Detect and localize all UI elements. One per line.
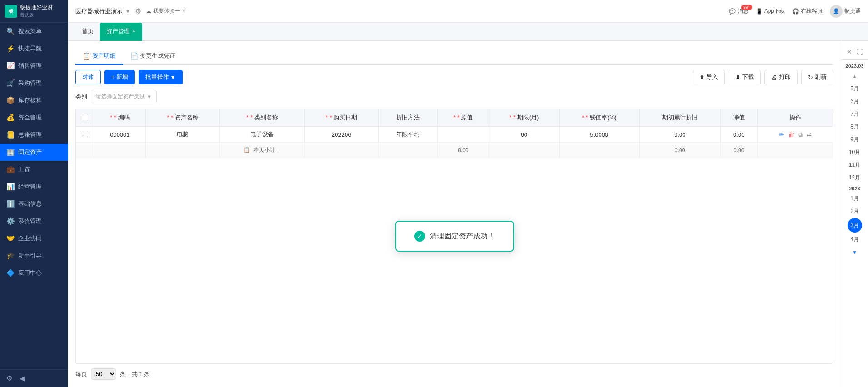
select-all-checkbox[interactable] xyxy=(82,114,88,120)
topbar-settings-icon[interactable]: ⚙ xyxy=(135,7,141,15)
messages-button[interactable]: 💬 消息 99+ xyxy=(729,7,749,15)
month-1[interactable]: 1月 xyxy=(845,193,865,204)
cell-code: 000001 xyxy=(94,127,146,143)
cell-accum-depreciation: 0.00 xyxy=(639,127,720,143)
customer-service-button[interactable]: 🎧 在线客服 xyxy=(792,7,823,15)
edit-icon[interactable]: ✏ xyxy=(779,131,784,138)
new-button[interactable]: + 新增 xyxy=(104,70,135,84)
reconcile-button[interactable]: 对账 xyxy=(75,70,101,84)
tab-close-icon[interactable]: ✕ xyxy=(132,28,136,34)
month-12[interactable]: 12月 xyxy=(845,172,865,184)
sidebar-item-salary[interactable]: 💼 工资 xyxy=(0,161,68,178)
app-download-button[interactable]: 📱 App下载 xyxy=(756,7,785,15)
right-panel-header: ✕ ⛶ xyxy=(841,45,868,60)
row-checkbox[interactable] xyxy=(82,131,88,137)
tab-home[interactable]: 首页 xyxy=(75,23,100,41)
sidebar-nav: 🔍 搜索菜单 ⚡ 快捷导航 📈 销售管理 🛒 采购管理 📦 库存核算 💰 资金管… xyxy=(0,23,68,369)
message-badge: 99+ xyxy=(741,5,752,10)
category-select-value: 请选择固定资产类别 xyxy=(96,93,145,100)
subtotal-row: 📋 本页小计： 0.00 0.00 0.00 xyxy=(76,143,833,158)
more-icon[interactable]: ⇄ xyxy=(806,131,812,138)
subtotal-icon: 📋 xyxy=(243,147,250,153)
sidebar-item-purchase[interactable]: 🛒 采购管理 xyxy=(0,74,68,92)
month-5[interactable]: 5月 xyxy=(845,83,865,94)
cell-category: 电子设备 xyxy=(219,127,304,143)
operations-icon: 📊 xyxy=(6,183,15,191)
total-count: 条，共 1 条 xyxy=(120,370,150,378)
month-4[interactable]: 4月 xyxy=(845,233,865,245)
month-8[interactable]: 8月 xyxy=(845,121,865,133)
cell-original-value xyxy=(437,127,489,143)
refresh-button[interactable]: ↻ 刷新 xyxy=(801,70,833,84)
import-button[interactable]: ⬆ 导入 xyxy=(693,70,725,84)
panel-close-button[interactable]: ✕ xyxy=(846,47,853,56)
tab-asset-mgmt[interactable]: 资产管理 ✕ xyxy=(100,23,142,41)
sidebar-item-capital[interactable]: 💰 资金管理 xyxy=(0,109,68,126)
import-icon: ⬆ xyxy=(699,74,704,81)
sidebar-item-basic-info[interactable]: ℹ️ 基础信息 xyxy=(0,195,68,213)
sidebar-item-ledger[interactable]: 📒 总账管理 xyxy=(0,126,68,144)
th-period-months: * 期限(月) xyxy=(489,109,559,127)
per-page-select[interactable]: 50 20 100 xyxy=(91,368,116,380)
cell-name: 电脑 xyxy=(146,127,220,143)
month-9[interactable]: 9月 xyxy=(845,134,865,145)
sidebar-item-guide[interactable]: 🎓 新手引导 xyxy=(0,247,68,264)
app-name-block: 畅捷通好业财 普及版 xyxy=(20,4,53,19)
month-10[interactable]: 10月 xyxy=(845,146,865,158)
app-center-icon: 🔷 xyxy=(6,269,15,277)
panel-up-arrow[interactable]: ▲ xyxy=(845,70,865,82)
subtotal-net-value: 0.00 xyxy=(720,143,757,158)
sidebar-item-inventory[interactable]: 📦 库存核算 xyxy=(0,92,68,109)
quick-nav-icon: ⚡ xyxy=(6,45,15,53)
sub-tab-change-voucher[interactable]: 📄 变更生成凭证 xyxy=(123,48,183,64)
sidebar-item-app-center[interactable]: 🔷 应用中心 xyxy=(0,264,68,282)
user-avatar: 👤 xyxy=(830,5,843,18)
panel-expand-button[interactable]: ⛶ xyxy=(856,47,864,56)
company-name: 医疗器械行业演示 xyxy=(75,7,123,15)
print-button[interactable]: 🖨 打印 xyxy=(764,70,798,84)
batch-ops-button[interactable]: 批量操作 ▼ xyxy=(139,70,183,84)
month-11[interactable]: 11月 xyxy=(845,159,865,171)
experience-button[interactable]: ☁ 我要体验一下 xyxy=(146,7,186,15)
user-menu[interactable]: 👤 畅捷通 xyxy=(830,5,861,18)
sidebar-item-fixed-assets[interactable]: 🏢 固定资产 xyxy=(0,144,68,161)
refresh-icon: ↻ xyxy=(808,74,813,81)
copy-icon[interactable]: ⧉ xyxy=(798,131,803,139)
th-original-value: * 原值 xyxy=(437,109,489,127)
month-7[interactable]: 7月 xyxy=(845,108,865,120)
sidebar-item-label: 基础信息 xyxy=(18,200,42,208)
sidebar-item-operations[interactable]: 📊 经营管理 xyxy=(0,178,68,195)
sidebar-collapse-button[interactable]: ◀ xyxy=(20,374,25,382)
category-filter-select[interactable]: 请选择固定资产类别 ▼ xyxy=(91,90,157,103)
panel-down-arrow[interactable]: ▼ xyxy=(845,246,865,258)
sub-tab-asset-detail[interactable]: 📋 资产明细 xyxy=(75,48,123,64)
sidebar-item-quick-nav[interactable]: ⚡ 快捷导航 xyxy=(0,40,68,57)
month-2[interactable]: 2月 xyxy=(845,205,865,217)
cell-net-value: 0.00 xyxy=(720,127,757,143)
sidebar-header: 畅 畅捷通好业财 普及版 xyxy=(0,0,68,23)
sidebar-item-system[interactable]: ⚙️ 系统管理 xyxy=(0,213,68,230)
sub-tabs: 📋 资产明细 📄 变更生成凭证 xyxy=(75,48,833,64)
sidebar-item-label: 应用中心 xyxy=(18,269,42,277)
app-logo-icon: 畅 xyxy=(5,5,17,18)
toolbar-right: ⬆ 导入 ⬇ 下载 🖨 打印 ↻ 刷新 xyxy=(693,70,833,84)
delete-icon[interactable]: 🗑 xyxy=(788,131,794,138)
right-panel: ✕ ⛶ 2023.03 ▲ 5月 6月 7月 8月 9月 10月 11月 12月… xyxy=(841,41,868,387)
tabs-bar: 首页 资产管理 ✕ xyxy=(68,23,868,41)
download-button[interactable]: ⬇ 下载 xyxy=(729,70,761,84)
company-selector[interactable]: 医疗器械行业演示 ▼ xyxy=(75,7,130,15)
sidebar-item-sales[interactable]: 📈 销售管理 xyxy=(0,57,68,74)
sidebar-item-cooperation[interactable]: 🤝 企业协同 xyxy=(0,230,68,247)
category-filter-label: 类别 xyxy=(75,93,87,101)
filter-row: 类别 请选择固定资产类别 ▼ xyxy=(75,90,833,103)
row-checkbox-cell xyxy=(76,127,94,143)
sidebar-item-search[interactable]: 🔍 搜索菜单 xyxy=(0,23,68,40)
month-6[interactable]: 6月 xyxy=(845,95,865,107)
sidebar-settings-button[interactable]: ⚙ xyxy=(6,374,12,382)
purchase-icon: 🛒 xyxy=(6,79,15,87)
row-actions: ✏ 🗑 ⧉ ⇄ xyxy=(761,131,829,139)
sidebar-item-label: 经营管理 xyxy=(18,183,42,191)
asset-table: * 编码 * 资产名称 * 类别名称 * 购买日期 折旧方法 * 原值 * 期限… xyxy=(76,109,833,158)
sidebar-item-label: 销售管理 xyxy=(18,62,42,70)
month-3-current[interactable]: 3月 xyxy=(848,218,862,233)
